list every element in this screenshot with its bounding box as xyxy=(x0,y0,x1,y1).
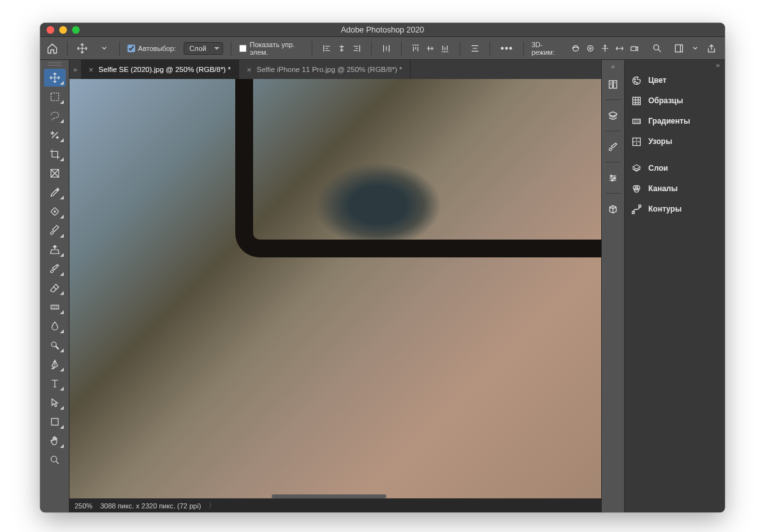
3d-roll-button[interactable] xyxy=(583,41,597,55)
pen-tool[interactable] xyxy=(44,356,66,373)
search-button[interactable] xyxy=(649,40,666,57)
autoselect-checkbox[interactable]: Автовыбор: xyxy=(127,45,176,52)
brush-tool[interactable] xyxy=(44,222,66,240)
more-options-button[interactable]: ••• xyxy=(498,43,516,54)
minimize-button[interactable] xyxy=(59,26,67,34)
lasso-tool[interactable] xyxy=(44,107,66,125)
adjustments-panel-icon[interactable] xyxy=(604,169,622,187)
svg-rect-11 xyxy=(51,419,58,426)
statusbar-menu-button[interactable]: 〉 xyxy=(208,501,215,510)
document-tab-0[interactable]: × Selfie SE (2020).jpg @ 250% (RGB/8*) * xyxy=(81,60,239,79)
svg-rect-6 xyxy=(51,93,59,101)
dodge-tool[interactable] xyxy=(44,336,66,354)
libraries-panel-icon[interactable] xyxy=(604,106,622,124)
workspace-button[interactable] xyxy=(671,40,687,57)
panel-label: Каналы xyxy=(648,184,678,193)
panel-patterns[interactable]: Узоры xyxy=(625,131,725,152)
document-tab-1[interactable]: × Selfie iPhone 11 Pro.jpg @ 250% (RGB/8… xyxy=(239,60,411,79)
maximize-button[interactable] xyxy=(72,26,80,34)
properties-panel-icon[interactable] xyxy=(604,75,622,93)
clone-stamp-tool[interactable] xyxy=(44,241,66,259)
crop-tool[interactable] xyxy=(44,145,66,163)
autoselect-label: Автовыбор: xyxy=(138,45,176,52)
home-icon xyxy=(47,43,58,54)
marquee-tool[interactable] xyxy=(44,88,66,106)
brushes-panel-icon[interactable] xyxy=(604,138,622,155)
panel-color[interactable]: Цвет xyxy=(625,70,725,90)
align-left-button[interactable] xyxy=(320,41,334,55)
3d-pan-button[interactable] xyxy=(598,41,612,55)
eyedropper-tool[interactable] xyxy=(44,183,66,201)
close-button[interactable] xyxy=(47,26,54,34)
frame-tool[interactable] xyxy=(44,164,66,182)
blur-tool[interactable] xyxy=(44,317,66,335)
distribute-top-button[interactable] xyxy=(468,41,482,55)
align-right-button[interactable] xyxy=(349,41,363,55)
panels-column: » Цвет Образцы Градиенты Узоры xyxy=(625,60,725,512)
align-hcenter-button[interactable] xyxy=(335,41,349,55)
panel-swatches[interactable]: Образцы xyxy=(625,90,725,111)
toolbar-handle[interactable] xyxy=(45,62,64,66)
svg-point-10 xyxy=(51,342,56,347)
app-window: Adobe Photoshop 2020 Автовыбор: Слой Пок… xyxy=(40,23,725,512)
channels-icon xyxy=(631,183,642,194)
svg-rect-14 xyxy=(613,80,616,88)
mode-3d-label: 3D-режим: xyxy=(532,41,561,56)
path-select-tool[interactable] xyxy=(44,394,66,412)
panels-collapse-button[interactable]: » xyxy=(625,61,725,70)
show-controls-checkbox[interactable]: Показать упр. элем. xyxy=(239,41,304,56)
options-bar: Автовыбор: Слой Показать упр. элем. xyxy=(40,37,725,60)
swatches-icon xyxy=(631,96,642,106)
show-controls-label: Показать упр. элем. xyxy=(250,41,304,56)
strip-expand-button[interactable]: « xyxy=(611,62,615,71)
move-tool[interactable] xyxy=(44,69,66,87)
align-vcenter-button[interactable] xyxy=(423,41,437,55)
3d-panel-icon[interactable] xyxy=(604,200,622,218)
magic-wand-tool[interactable] xyxy=(44,126,66,144)
zoom-level[interactable]: 250% xyxy=(75,502,92,510)
collapsed-panel-strip: « xyxy=(602,60,625,512)
canvas-image xyxy=(69,79,601,500)
tools-panel xyxy=(40,60,69,512)
canvas[interactable]: 250% 3088 пикс. x 2320 пикс. (72 ppi) 〉 xyxy=(69,79,601,512)
close-tab-icon[interactable]: × xyxy=(89,65,94,75)
history-brush-tool[interactable] xyxy=(44,260,66,278)
distribute-left-button[interactable] xyxy=(379,41,393,55)
3d-slide-button[interactable] xyxy=(613,41,627,55)
3d-mode-group xyxy=(569,41,641,55)
eraser-tool[interactable] xyxy=(44,279,66,297)
align-bottom-button[interactable] xyxy=(438,41,452,55)
window-title: Adobe Photoshop 2020 xyxy=(40,25,725,34)
panel-paths[interactable]: Контуры xyxy=(625,199,725,219)
svg-point-16 xyxy=(614,177,616,179)
close-tab-icon[interactable]: × xyxy=(247,65,252,75)
type-tool[interactable] xyxy=(44,375,66,392)
svg-point-18 xyxy=(634,78,636,80)
3d-camera-button[interactable] xyxy=(627,41,641,55)
distribute-v-group xyxy=(468,41,482,55)
panel-channels[interactable]: Каналы xyxy=(625,178,725,199)
zoom-tool[interactable] xyxy=(44,451,66,469)
tool-preset-dropdown[interactable] xyxy=(97,40,111,57)
align-group-1 xyxy=(320,41,363,55)
titlebar: Adobe Photoshop 2020 xyxy=(40,23,725,37)
svg-point-20 xyxy=(637,82,638,83)
shape-tool[interactable] xyxy=(44,413,66,431)
svg-rect-3 xyxy=(631,47,636,50)
healing-brush-tool[interactable] xyxy=(44,203,66,220)
home-button[interactable] xyxy=(45,40,59,57)
autoselect-mode-select[interactable]: Слой xyxy=(184,42,223,55)
tabs-expand-button[interactable]: » xyxy=(69,66,81,73)
document-area: » × Selfie SE (2020).jpg @ 250% (RGB/8*)… xyxy=(69,60,601,512)
workspace-dropdown[interactable] xyxy=(692,45,698,52)
3d-orbit-button[interactable] xyxy=(569,41,583,55)
align-top-button[interactable] xyxy=(409,41,423,55)
svg-point-2 xyxy=(590,47,592,49)
gradient-tool[interactable] xyxy=(44,298,66,316)
panel-gradients[interactable]: Градиенты xyxy=(625,111,725,131)
share-button[interactable] xyxy=(703,40,720,57)
top-right-group xyxy=(649,40,720,57)
align-v-group xyxy=(409,41,452,55)
panel-layers[interactable]: Слои xyxy=(625,158,725,178)
hand-tool[interactable] xyxy=(44,432,66,450)
